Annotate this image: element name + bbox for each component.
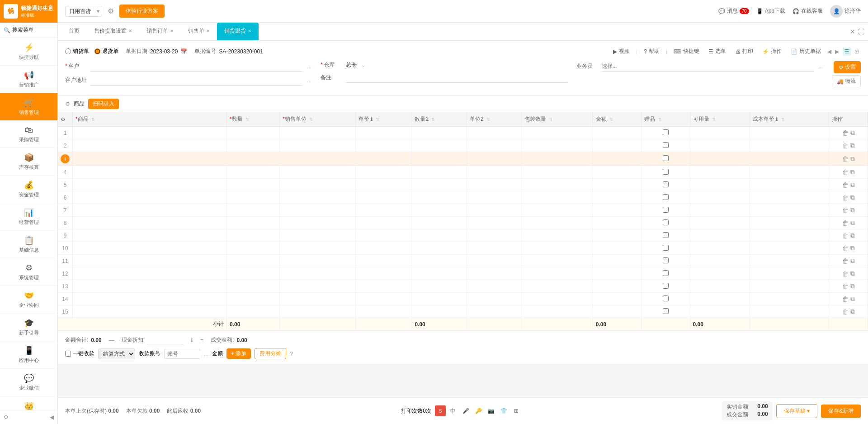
salesperson-dots[interactable]: ... (818, 63, 823, 70)
copy-row-icon[interactable]: ⧉ (850, 129, 855, 137)
delete-row-icon[interactable]: 🗑 (842, 181, 849, 189)
product-input-active[interactable] (75, 156, 224, 162)
product-cell-active[interactable] (73, 152, 227, 166)
delete-row-icon[interactable]: 🗑 (842, 155, 849, 162)
delete-row-icon[interactable]: 🗑 (842, 257, 849, 265)
view-list-icon[interactable]: ☰ (843, 48, 851, 56)
copy-row-icon[interactable]: ⧉ (850, 194, 855, 201)
footer-icon-6[interactable]: 👕 (498, 405, 509, 416)
delete-row-icon[interactable]: 🗑 (842, 232, 849, 239)
copy-row-icon[interactable]: ⧉ (850, 257, 855, 265)
pack-qty-cell[interactable] (522, 152, 593, 166)
delete-row-icon[interactable]: 🗑 (842, 283, 849, 290)
sidebar-item-quick-nav[interactable]: ⚡ 快捷导航 (0, 38, 57, 66)
tab-return[interactable]: 销货退货 ✕ (217, 23, 259, 40)
collapse-icon[interactable]: ◀ (50, 414, 54, 420)
gift-checkbox[interactable] (663, 142, 669, 148)
qty2-cell[interactable] (412, 139, 467, 152)
unit2-cell[interactable] (467, 127, 521, 139)
gift-checkbox[interactable] (663, 129, 669, 135)
available-cell[interactable] (690, 127, 750, 139)
radio-sale-input[interactable] (65, 48, 71, 54)
amount-cell[interactable] (593, 152, 641, 166)
history-btn[interactable]: 📄 历史单据 (788, 46, 824, 57)
amount-cell[interactable] (593, 127, 641, 139)
sidebar-item-sales[interactable]: 🛒 销售管理 (0, 93, 57, 121)
qty-cell[interactable] (227, 127, 280, 139)
sale-unit-cell[interactable] (280, 127, 355, 139)
tab-sales-order[interactable]: 销售订单 ✕ (139, 23, 181, 40)
radio-sale[interactable]: 销货单 (65, 48, 89, 55)
qty-cell[interactable] (227, 152, 280, 166)
delete-row-icon[interactable]: 🗑 (842, 194, 849, 201)
experience-btn[interactable]: 体验行业方案 (119, 5, 165, 18)
close-tab-icon[interactable]: ✕ (850, 28, 855, 35)
settings-icon[interactable]: ⚙ (4, 414, 9, 420)
copy-row-icon[interactable]: ⧉ (850, 270, 855, 277)
next-icon[interactable]: ▶ (835, 48, 839, 55)
warehouse-dots[interactable]: ... (361, 62, 366, 68)
available-cell[interactable] (690, 152, 750, 166)
available-cell[interactable] (690, 139, 750, 152)
sidebar-item-member[interactable]: 👑 畅会员 (0, 396, 57, 410)
calc-method-select[interactable]: 结算方式 (98, 348, 135, 359)
unit2-cell[interactable] (467, 152, 521, 166)
unit-price-cell[interactable] (355, 152, 412, 166)
one-click-payment-label[interactable]: 一键收款 (65, 350, 94, 357)
address-input[interactable] (90, 75, 302, 86)
discount-input[interactable] (147, 336, 184, 344)
tab-sales-close[interactable]: ✕ (206, 29, 210, 33)
sidebar-item-purchase[interactable]: 🛍 采购管理 (0, 121, 57, 148)
prev-icon[interactable]: ◀ (827, 48, 831, 55)
footer-icon-4[interactable]: 🔑 (473, 405, 484, 416)
remark-input[interactable] (346, 72, 567, 83)
view-grid-icon[interactable]: ⊞ (853, 48, 861, 56)
settings-action-btn[interactable]: ⚙ 设置 (834, 61, 861, 73)
logistics-action-btn[interactable]: 🚚 物流 (832, 75, 861, 87)
sale-unit-cell[interactable] (280, 152, 355, 166)
radio-return-input[interactable] (94, 48, 100, 54)
copy-row-icon[interactable]: ⧉ (850, 219, 855, 227)
info-icon[interactable]: ℹ (191, 337, 193, 343)
footer-icon-5[interactable]: 📷 (486, 405, 496, 416)
copy-row-icon[interactable]: ⧉ (850, 142, 855, 149)
sidebar-item-newbie[interactable]: 🎓 新手引导 (0, 314, 57, 341)
delete-row-icon[interactable]: 🗑 (842, 245, 849, 252)
copy-row-icon[interactable]: ⧉ (850, 308, 855, 315)
fee-split-btn[interactable]: 费用分摊 (255, 348, 286, 359)
copy-row-icon[interactable]: ⧉ (850, 232, 855, 239)
cost-price-cell[interactable] (750, 127, 829, 139)
table-gear-icon[interactable]: ⚙ (65, 101, 70, 107)
customer-input[interactable] (90, 61, 302, 71)
copy-row-icon[interactable]: ⧉ (850, 244, 855, 252)
tab-sales[interactable]: 销售单 ✕ (181, 23, 217, 40)
pack-qty-cell[interactable] (522, 127, 593, 139)
delete-row-icon[interactable]: 🗑 (842, 207, 849, 214)
copy-row-icon[interactable]: ⧉ (850, 295, 855, 303)
footer-icon-3[interactable]: 🎤 (460, 405, 471, 416)
sidebar-item-enterprise[interactable]: 🤝 企业协同 (0, 286, 57, 314)
add-fee-btn[interactable]: + 添加 (226, 348, 251, 359)
copy-row-icon[interactable]: ⧉ (850, 206, 855, 214)
sidebar-item-operations[interactable]: 📊 经营管理 (0, 203, 57, 231)
sale-unit-cell[interactable] (280, 139, 355, 152)
save-draft-btn[interactable]: 保存草稿 ▾ (776, 404, 817, 418)
footer-icon-2[interactable]: 中 (448, 405, 458, 416)
save-new-btn[interactable]: 保存&新增 (821, 405, 861, 418)
gift-cell[interactable] (642, 152, 690, 166)
cost-price-cell[interactable] (750, 139, 829, 152)
sidebar-item-inventory[interactable]: 📦 库存核算 (0, 148, 57, 176)
topbar-gear-icon[interactable]: ⚙ (108, 7, 114, 15)
online-service-item[interactable]: 🎧 在线客服 (793, 7, 823, 15)
sidebar-item-wechat[interactable]: 💬 企业微信 (0, 369, 57, 396)
copy-row-icon[interactable]: ⧉ (850, 181, 855, 189)
tab-price-extract[interactable]: 售价提取设置 ✕ (87, 23, 139, 40)
unit2-cell[interactable] (467, 139, 521, 152)
customer-dots[interactable]: ... (307, 63, 311, 70)
footer-icon-7[interactable]: ⊞ (511, 405, 522, 416)
delete-row-icon[interactable]: 🗑 (842, 270, 849, 277)
tab-sales-order-close[interactable]: ✕ (170, 29, 174, 33)
unit-price-cell[interactable] (355, 139, 412, 152)
tab-price-close[interactable]: ✕ (128, 29, 132, 33)
delete-row-icon[interactable]: 🗑 (842, 219, 849, 227)
